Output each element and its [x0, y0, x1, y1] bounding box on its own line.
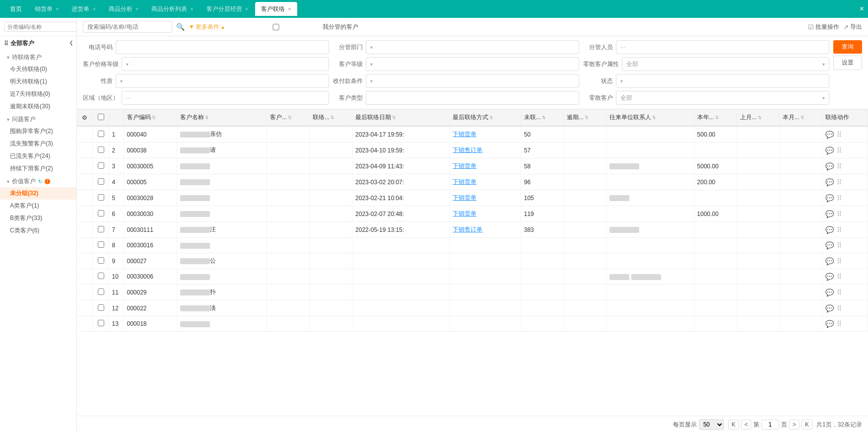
- sidebar-item-tomorrow[interactable]: 明天待联络(1): [0, 75, 76, 88]
- row-last-contact-way[interactable]: 下销售订单: [450, 143, 521, 158]
- row-last-contact-way[interactable]: [450, 316, 521, 332]
- message-icon[interactable]: 💬: [825, 146, 834, 154]
- last-page-btn[interactable]: K: [801, 420, 812, 430]
- phone-input[interactable]: [116, 40, 329, 54]
- row-check[interactable]: [98, 210, 104, 216]
- status-dropdown[interactable]: ▾: [616, 74, 829, 88]
- th-contact[interactable]: 联络...⇅: [309, 109, 352, 126]
- tab-purchase[interactable]: 进货单 ×: [66, 2, 101, 16]
- row-checkbox[interactable]: [93, 206, 109, 222]
- th-partner[interactable]: 往来单位联系人⇅: [606, 109, 694, 126]
- prev-page-btn[interactable]: <: [741, 420, 751, 430]
- price-level-dropdown[interactable]: ▾: [122, 57, 329, 71]
- my-customers-check[interactable]: [231, 24, 321, 30]
- row-check[interactable]: [98, 146, 104, 153]
- message-icon[interactable]: 💬: [825, 131, 834, 139]
- tab-product-list-close[interactable]: ×: [190, 6, 193, 12]
- grid-action-icon[interactable]: ⠿: [837, 320, 842, 328]
- th-overdue[interactable]: 逾期...⇅: [563, 109, 606, 126]
- row-last-contact-way[interactable]: [450, 253, 521, 269]
- row-checkbox[interactable]: [93, 126, 109, 143]
- row-check[interactable]: [98, 194, 104, 201]
- reset-button[interactable]: 设置: [833, 56, 862, 70]
- batch-operation-btn[interactable]: ☑ 批量操作: [808, 23, 839, 31]
- sidebar-item-overdue[interactable]: 逾期未联络(30): [0, 100, 76, 113]
- th-this-year[interactable]: 本年...⇅: [694, 109, 736, 126]
- tab-sales-close[interactable]: ×: [56, 6, 59, 12]
- tab-sales[interactable]: 销货单 ×: [29, 2, 65, 16]
- tab-customer-segment-close[interactable]: ×: [245, 6, 248, 12]
- grid-action-icon[interactable]: ⠿: [837, 210, 842, 218]
- grid-action-icon[interactable]: ⠿: [837, 146, 842, 154]
- sidebar-item-class-a[interactable]: A类客户(1): [0, 200, 76, 212]
- sidebar-item-class-c[interactable]: C类客户(6): [0, 224, 76, 237]
- sidebar-item-abnormal[interactable]: 囤购异常客户(2): [0, 125, 76, 138]
- row-check[interactable]: [98, 273, 104, 279]
- row-checkbox[interactable]: [93, 285, 109, 300]
- sidebar-item-churn-warning[interactable]: 流失预警客户(3): [0, 138, 76, 150]
- th-not-contacted[interactable]: 未联...⇅: [521, 109, 563, 126]
- grid-action-icon[interactable]: ⠿: [837, 131, 842, 139]
- row-check[interactable]: [98, 241, 104, 248]
- next-page-btn[interactable]: >: [789, 420, 800, 430]
- message-icon[interactable]: 💬: [825, 304, 834, 312]
- message-icon[interactable]: 💬: [825, 273, 834, 281]
- message-icon[interactable]: 💬: [825, 178, 834, 186]
- sidebar-item-declining[interactable]: 持续下滑客户(2): [0, 162, 76, 175]
- select-all-checkbox[interactable]: [98, 114, 104, 120]
- row-check[interactable]: [98, 257, 104, 264]
- scatter-customer-dropdown[interactable]: 全部 ▾: [616, 91, 829, 105]
- message-icon[interactable]: 💬: [825, 257, 834, 265]
- query-button[interactable]: 查询: [833, 40, 862, 54]
- tab-product-analysis[interactable]: 商品分析 ×: [103, 2, 144, 16]
- message-icon[interactable]: 💬: [825, 226, 834, 234]
- row-checkbox[interactable]: [93, 253, 109, 269]
- th-this-month[interactable]: 本月...⇅: [779, 109, 822, 126]
- customer-level-dropdown[interactable]: ▾: [366, 57, 579, 71]
- sidebar-item-class-b[interactable]: B类客户(33): [0, 212, 76, 224]
- message-icon[interactable]: 💬: [825, 320, 834, 328]
- tab-customer-contact-close[interactable]: ×: [288, 6, 291, 12]
- tab-product-analysis-close[interactable]: ×: [135, 6, 138, 12]
- th-code[interactable]: 客户编码⇅: [124, 109, 177, 126]
- dept-dropdown[interactable]: ▾: [366, 40, 579, 54]
- row-last-contact-way[interactable]: 下销货单: [450, 206, 521, 222]
- pending-section[interactable]: ▼ 待联络客户: [0, 51, 76, 63]
- tab-purchase-close[interactable]: ×: [92, 6, 95, 12]
- th-type[interactable]: 客户...⇅: [267, 109, 309, 126]
- row-last-contact-way[interactable]: [450, 269, 521, 285]
- window-close[interactable]: ×: [860, 4, 864, 13]
- message-icon[interactable]: 💬: [825, 210, 834, 218]
- page-input[interactable]: [761, 420, 779, 430]
- grid-action-icon[interactable]: ⠿: [837, 289, 842, 296]
- tab-customer-segment[interactable]: 客户分层经营 ×: [200, 2, 254, 16]
- sidebar-item-today[interactable]: 今天待联络(0): [0, 63, 76, 75]
- message-icon[interactable]: 💬: [825, 241, 834, 249]
- row-last-contact-way[interactable]: 下销货单: [450, 158, 521, 174]
- row-checkbox[interactable]: [93, 158, 109, 174]
- all-customers-header[interactable]: ⠿ 全部客户 《: [0, 36, 76, 51]
- th-checkbox[interactable]: [93, 109, 109, 126]
- row-check[interactable]: [98, 131, 104, 137]
- row-checkbox[interactable]: [93, 300, 109, 316]
- export-btn[interactable]: ↗ 导出: [843, 23, 862, 31]
- th-settings[interactable]: ⚙: [77, 109, 93, 126]
- sidebar-item-7days[interactable]: 近7天待联络(0): [0, 88, 76, 100]
- grid-action-icon[interactable]: ⠿: [837, 162, 842, 170]
- message-icon[interactable]: 💬: [825, 162, 834, 170]
- row-last-contact-way[interactable]: 下销货单: [450, 190, 521, 206]
- th-last-month[interactable]: 上月...⇅: [736, 109, 779, 126]
- payment-dropdown[interactable]: ▾: [366, 74, 579, 88]
- row-check[interactable]: [98, 289, 104, 295]
- search-input[interactable]: [83, 21, 172, 33]
- more-conditions[interactable]: ▼ 更多条件 ▲: [189, 23, 225, 31]
- customer-type-input[interactable]: [366, 91, 579, 105]
- row-last-contact-way[interactable]: 下销货单: [450, 174, 521, 190]
- sidebar-search-input[interactable]: [4, 22, 77, 32]
- row-check[interactable]: [98, 304, 104, 311]
- person-input[interactable]: ···: [616, 40, 829, 54]
- problem-section[interactable]: ▼ 问题客户: [0, 113, 76, 125]
- row-checkbox[interactable]: [93, 316, 109, 332]
- first-page-btn[interactable]: K: [728, 420, 739, 430]
- region-input[interactable]: ···: [122, 91, 329, 105]
